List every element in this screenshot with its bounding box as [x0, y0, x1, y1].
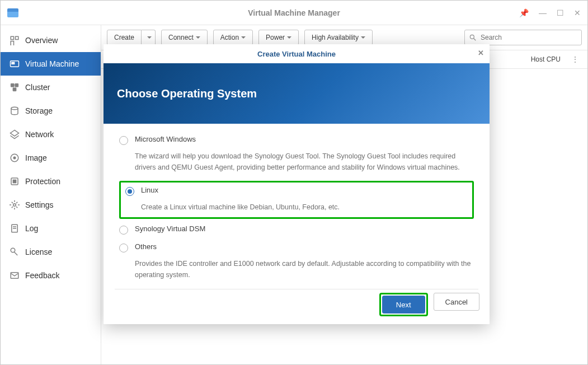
option-windows[interactable]: Microsoft Windows [119, 135, 474, 145]
sidebar-item-storage[interactable]: Storage [1, 99, 101, 123]
svg-rect-0 [11, 36, 13, 39]
storage-icon [10, 106, 20, 116]
maximize-icon[interactable]: ☐ [557, 8, 564, 17]
modal-banner: Choose Operating System [104, 63, 490, 124]
svg-rect-12 [13, 180, 16, 183]
protection-icon [10, 176, 20, 186]
app-window: Virtual Machine Manager 📌 — ☐ ✕ Overview… [0, 0, 588, 365]
svg-point-10 [13, 157, 16, 160]
create-vm-modal: Create Virtual Machine ✕ Choose Operatin… [104, 44, 490, 324]
svg-rect-6 [15, 83, 18, 87]
sidebar-item-label: Network [25, 130, 54, 139]
svg-rect-2 [11, 41, 13, 46]
option-label: Others [135, 242, 157, 251]
svg-rect-5 [11, 83, 14, 87]
option-linux[interactable]: Linux [125, 186, 468, 196]
chevron-down-icon [241, 36, 246, 39]
network-icon [10, 129, 20, 139]
sidebar-item-log[interactable]: Log [1, 217, 101, 240]
sidebar-item-label: Log [25, 224, 38, 233]
radio-others[interactable] [119, 244, 128, 252]
highlighted-option: Linux Create a Linux virtual machine lik… [119, 181, 474, 219]
svg-line-20 [474, 39, 476, 41]
log-icon [10, 223, 20, 233]
sidebar-item-label: Cluster [25, 83, 50, 92]
create-dropdown[interactable] [142, 30, 156, 45]
chevron-down-icon [361, 36, 365, 39]
option-vdsm[interactable]: Synology Virtual DSM [119, 224, 474, 235]
search-box [464, 30, 582, 45]
sidebar: Overview Virtual Machine Cluster Storage… [1, 25, 101, 364]
svg-point-19 [470, 35, 474, 39]
vm-icon [10, 59, 20, 69]
sidebar-item-label: Feedback [25, 271, 59, 280]
option-label: Microsoft Windows [135, 135, 196, 143]
close-icon[interactable]: ✕ [574, 8, 581, 17]
option-label: Linux [141, 186, 158, 194]
sidebar-item-label: License [25, 247, 52, 256]
highlighted-next: Next [379, 293, 428, 316]
next-button[interactable]: Next [382, 296, 425, 313]
settings-icon [10, 200, 20, 210]
chevron-down-icon [147, 36, 152, 39]
sidebar-item-label: Overview [25, 36, 58, 45]
option-description: Create a Linux virtual machine like Debi… [141, 202, 468, 213]
search-input[interactable] [464, 30, 582, 45]
cluster-icon [10, 82, 20, 92]
action-button[interactable]: Action [213, 30, 253, 45]
sidebar-item-label: Virtual Machine [25, 59, 79, 68]
sidebar-item-feedback[interactable]: Feedback [1, 264, 101, 287]
column-host-cpu[interactable]: Host CPU [525, 55, 566, 63]
divider [115, 289, 478, 289]
overview-icon [10, 35, 20, 45]
option-label: Synology Virtual DSM [135, 224, 205, 233]
minimize-icon[interactable]: — [539, 8, 547, 17]
sidebar-item-virtual-machine[interactable]: Virtual Machine [1, 52, 101, 76]
chevron-down-icon [196, 36, 200, 39]
option-others[interactable]: Others [119, 242, 474, 252]
search-icon [469, 34, 477, 41]
modal-title: Create Virtual Machine ✕ [104, 44, 490, 63]
radio-linux[interactable] [125, 187, 134, 196]
feedback-icon [10, 270, 20, 280]
modal-close-icon[interactable]: ✕ [478, 49, 484, 57]
option-description: Provides the IDE controller and E1000 ne… [135, 258, 474, 280]
sidebar-item-settings[interactable]: Settings [1, 193, 101, 217]
app-icon [7, 8, 18, 17]
power-button[interactable]: Power [258, 30, 299, 45]
image-icon [10, 153, 20, 163]
window-title: Virtual Machine Manager [248, 8, 340, 17]
sidebar-item-license[interactable]: License [1, 240, 101, 264]
high-availability-button[interactable]: High Availability [304, 30, 373, 45]
svg-rect-7 [13, 88, 16, 91]
sidebar-item-image[interactable]: Image [1, 146, 101, 170]
license-icon [10, 247, 20, 257]
sidebar-item-network[interactable]: Network [1, 123, 101, 146]
sidebar-item-overview[interactable]: Overview [1, 29, 101, 52]
sidebar-item-label: Protection [25, 177, 60, 186]
svg-point-8 [11, 107, 18, 110]
option-description: The wizard will help you download the Sy… [135, 151, 474, 173]
chevron-down-icon [287, 36, 291, 39]
radio-vdsm[interactable] [119, 226, 128, 235]
sidebar-item-label: Settings [25, 200, 54, 209]
connect-button[interactable]: Connect [161, 30, 208, 45]
svg-point-13 [13, 204, 16, 207]
create-button[interactable]: Create [107, 30, 142, 45]
svg-rect-1 [16, 36, 18, 39]
titlebar: Virtual Machine Manager 📌 — ☐ ✕ [1, 1, 587, 25]
sidebar-item-cluster[interactable]: Cluster [1, 76, 101, 99]
pin-icon[interactable]: 📌 [519, 8, 529, 17]
sidebar-item-protection[interactable]: Protection [1, 170, 101, 193]
radio-windows[interactable] [119, 136, 128, 145]
svg-rect-4 [12, 62, 15, 64]
sidebar-item-label: Storage [25, 106, 53, 115]
cancel-button[interactable]: Cancel [434, 293, 479, 311]
column-more-icon[interactable]: ⋮ [566, 55, 587, 63]
sidebar-item-label: Image [25, 153, 47, 162]
